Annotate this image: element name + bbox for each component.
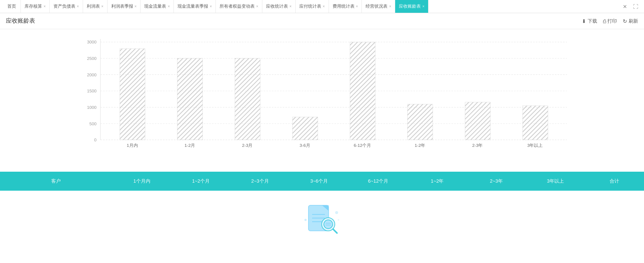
tab-aging[interactable]: 应收账龄表 × [395, 0, 428, 13]
svg-point-35 [335, 211, 338, 214]
download-button[interactable]: ⬇ 下载 [582, 18, 597, 24]
bar-1-2month [177, 58, 203, 140]
svg-text:2000: 2000 [87, 72, 97, 77]
svg-text:6-12个月: 6-12个月 [354, 143, 371, 148]
tab-cashflow-quarterly[interactable]: 现金流量表季报 × [174, 0, 216, 13]
tab-bar-right: ✕ ⛶ [620, 2, 641, 11]
tab-expense-stats[interactable]: 费用统计表 × [329, 0, 362, 13]
th-1-2year: 1~2年 [408, 178, 467, 184]
page-title: 应收账龄表 [6, 17, 35, 25]
print-button[interactable]: ⎙ 打印 [603, 18, 617, 24]
tab-equity-close[interactable]: × [256, 4, 258, 8]
svg-text:2-3年: 2-3年 [472, 143, 483, 148]
th-total: 合计 [585, 178, 644, 184]
tab-profit-quarterly-close[interactable]: × [135, 4, 137, 8]
tab-equity-label: 所有者权益变动表 [220, 3, 255, 9]
header-actions: ⬇ 下载 ⎙ 打印 ↻ 刷新 [582, 18, 638, 24]
bar-3year-plus [523, 106, 548, 140]
refresh-label: 刷新 [629, 18, 638, 24]
svg-text:500: 500 [89, 121, 97, 126]
tab-inventory-label: 库存核算 [25, 3, 42, 9]
tab-balance-label: 资产负债表 [53, 3, 75, 9]
th-1month: 1个月内 [112, 178, 171, 184]
tab-equity[interactable]: 所有者权益变动表 × [216, 0, 262, 13]
th-3year-plus: 3年以上 [526, 178, 585, 184]
tab-cashflow-quarterly-close[interactable]: × [210, 4, 212, 8]
main-content: 0 500 1000 1500 2000 2500 3000 1月内 [0, 29, 644, 263]
tab-cashflow[interactable]: 现金流量表 × [141, 0, 174, 13]
svg-text:3-6月: 3-6月 [300, 143, 310, 148]
svg-text:1月内: 1月内 [127, 143, 138, 148]
tab-receivable-stats-close[interactable]: × [289, 4, 292, 8]
tab-payable-stats-label: 应付统计表 [299, 3, 321, 9]
tab-profit-close[interactable]: × [101, 4, 104, 8]
tab-operation-close[interactable]: × [389, 4, 391, 8]
bar-6-12month [350, 42, 375, 140]
tab-profit[interactable]: 利润表 × [83, 0, 108, 13]
bar-chart: 0 500 1000 1500 2000 2500 3000 1月内 [15, 35, 629, 159]
tab-aging-label: 应收账龄表 [399, 3, 421, 9]
svg-text:3000: 3000 [87, 39, 97, 44]
refresh-icon: ↻ [623, 18, 627, 24]
tab-operation-label: 经营状况表 [366, 3, 387, 9]
svg-text:0: 0 [94, 137, 97, 142]
th-6-12month: 6~12个月 [349, 178, 408, 184]
table-body [0, 191, 644, 263]
tab-expense-stats-label: 费用统计表 [333, 3, 355, 9]
empty-icon [302, 202, 342, 238]
tab-inventory[interactable]: 库存核算 × [21, 0, 50, 13]
th-2-3month: 2~3个月 [231, 178, 289, 184]
tab-receivable-stats[interactable]: 应收统计表 × [262, 0, 296, 13]
chart-area: 0 500 1000 1500 2000 2500 3000 1月内 [0, 29, 644, 172]
tab-inventory-close[interactable]: × [44, 4, 46, 8]
tab-profit-label: 利润表 [87, 3, 100, 9]
tab-cashflow-close[interactable]: × [168, 4, 170, 8]
tab-aging-close[interactable]: × [422, 4, 424, 8]
th-customer: 客户 [0, 178, 112, 184]
tab-operation[interactable]: 经营状况表 × [362, 0, 395, 13]
svg-point-30 [324, 220, 333, 229]
tab-payable-stats[interactable]: 应付统计表 × [296, 0, 329, 13]
download-icon: ⬇ [582, 18, 586, 24]
page-header: 应收账龄表 ⬇ 下载 ⎙ 打印 ↻ 刷新 [0, 13, 644, 29]
svg-text:1-2年: 1-2年 [415, 143, 425, 148]
print-label: 打印 [607, 18, 617, 24]
th-3-6month: 3~6个月 [289, 178, 348, 184]
svg-text:1000: 1000 [87, 105, 97, 110]
tab-balance-close[interactable]: × [77, 4, 79, 8]
tab-balance[interactable]: 资产负债表 × [50, 0, 83, 13]
th-1-2month: 1~2个月 [171, 178, 230, 184]
tab-home[interactable]: 首页 [3, 0, 21, 13]
table-header: 客户 1个月内 1~2个月 2~3个月 3~6个月 6~12个月 1~2年 2~… [0, 172, 644, 191]
tab-payable-stats-close[interactable]: × [323, 4, 325, 8]
refresh-button[interactable]: ↻ 刷新 [623, 18, 638, 24]
tab-expense-stats-close[interactable]: × [356, 4, 358, 8]
download-label: 下载 [588, 18, 597, 24]
tab-profit-quarterly-label: 利润表季报 [111, 3, 133, 9]
svg-point-36 [338, 219, 339, 221]
svg-text:3年以上: 3年以上 [527, 143, 543, 148]
tab-profit-quarterly[interactable]: 利润表季报 × [108, 0, 141, 13]
bar-2-3year [465, 102, 490, 140]
bar-3-6month [292, 117, 318, 140]
window-close-button[interactable]: ✕ [620, 2, 630, 11]
print-icon: ⎙ [603, 18, 606, 24]
svg-text:2500: 2500 [87, 56, 97, 61]
tab-cashflow-label: 现金流量表 [144, 3, 166, 9]
tab-bar: 首页 库存核算 × 资产负债表 × 利润表 × 利润表季报 × 现金流量表 × … [0, 0, 644, 13]
window-maximize-button[interactable]: ⛶ [630, 2, 641, 11]
svg-text:1500: 1500 [87, 88, 97, 93]
bar-1-2year [408, 104, 433, 140]
svg-text:1-2月: 1-2月 [184, 143, 195, 148]
th-2-3year: 2~3年 [467, 178, 526, 184]
empty-state [302, 198, 342, 238]
svg-text:2-3月: 2-3月 [242, 143, 253, 148]
bar-1month [120, 49, 145, 140]
bar-2-3month [235, 58, 260, 140]
svg-point-34 [304, 219, 307, 221]
svg-line-31 [333, 229, 337, 233]
tab-home-label: 首页 [7, 3, 16, 9]
tab-cashflow-quarterly-label: 现金流量表季报 [177, 3, 208, 9]
tab-receivable-stats-label: 应收统计表 [266, 3, 288, 9]
